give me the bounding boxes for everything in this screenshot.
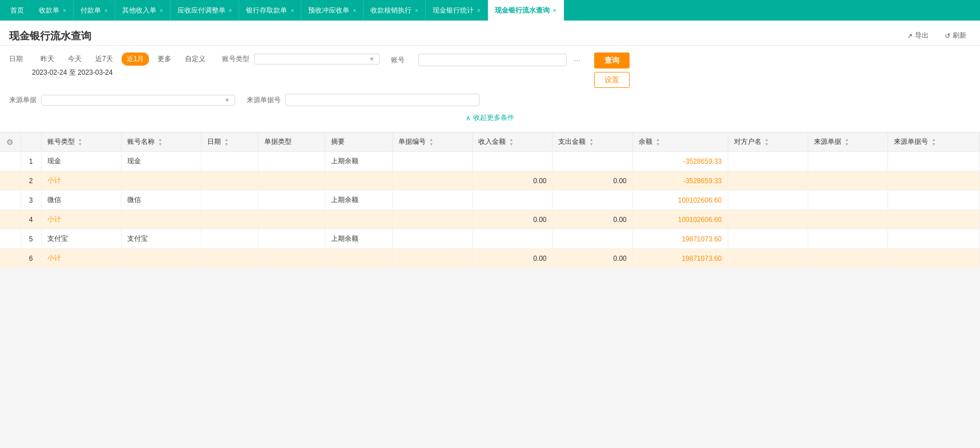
cell-account-name: [121, 171, 201, 191]
cell-expense: [552, 229, 632, 249]
date-yesterday[interactable]: 昨天: [35, 53, 59, 66]
nav-tab-bank-deposit[interactable]: 银行存取款单 ×: [239, 0, 301, 21]
cell-counterpart: [728, 229, 808, 249]
nav-tab-collection[interactable]: 收款核销执行 ×: [364, 0, 426, 21]
close-icon[interactable]: ×: [477, 7, 481, 14]
cell-source-doc: [808, 152, 888, 171]
cell-doc-no: [392, 229, 472, 249]
date-7days[interactable]: 近7天: [90, 53, 118, 66]
account-input[interactable]: [418, 54, 567, 66]
cell-counterpart: [728, 249, 808, 268]
cell-doc-type: [258, 191, 325, 210]
date-more[interactable]: 更多: [152, 53, 176, 66]
col-account-type[interactable]: 账号类型 ▲▼: [41, 132, 121, 152]
sort-icon: ▲▼: [158, 138, 162, 146]
date-1month[interactable]: 近1月: [122, 53, 150, 66]
table-row: 4小计0.000.00100102606.60: [0, 210, 980, 229]
col-summary: 摘要: [325, 132, 393, 152]
chevron-up-icon: ∧: [466, 114, 471, 122]
cell-account-name: 支付宝: [121, 229, 201, 249]
table-row: 1现金现金上期余额-3528659.33: [0, 152, 980, 171]
cell-expense: [552, 191, 632, 210]
nav-tab-prepaid[interactable]: 预收冲应收单 ×: [301, 0, 364, 21]
nav-tab-bank-flow[interactable]: 现金银行流水查询 ×: [488, 0, 564, 21]
data-table: ⚙ 账号类型 ▲▼ 账号名称 ▲▼ 日期 ▲▼ 单据类型 摘要 单: [0, 132, 980, 268]
cell-doc-type: [258, 152, 325, 171]
settings-button[interactable]: 设置: [594, 72, 630, 88]
cell-balance: 19871073.60: [632, 229, 728, 249]
cell-source-doc-no: [888, 210, 980, 229]
sort-icon: ▲▼: [224, 138, 228, 146]
col-balance[interactable]: 余额 ▲▼: [632, 132, 728, 152]
cell-doc-no: [392, 210, 472, 229]
table-body: 1现金现金上期余额-3528659.332小计0.000.00-3528659.…: [0, 152, 980, 268]
source-doc-no-input[interactable]: [285, 94, 479, 106]
source-doc-label: 来源单据: [9, 95, 37, 105]
nav-tab-bank-stats[interactable]: 现金银行统计 ×: [426, 0, 488, 21]
cell-source-doc: [808, 249, 888, 268]
cell-summary: [325, 171, 393, 191]
col-settings[interactable]: ⚙: [0, 132, 21, 152]
col-doc-no[interactable]: 单据编号 ▲▼: [392, 132, 472, 152]
sort-icon: ▲▼: [931, 138, 935, 146]
cell-source-doc-no: [888, 191, 980, 210]
cell-expense: 0.00: [552, 210, 632, 229]
cell-income: 0.00: [473, 249, 552, 268]
col-income[interactable]: 收入金额 ▲▼: [473, 132, 552, 152]
close-icon[interactable]: ×: [415, 7, 418, 14]
table-row: 3微信微信上期余额100102606.60: [0, 191, 980, 210]
col-expense[interactable]: 支出金额 ▲▼: [552, 132, 632, 152]
nav-tab-other-income[interactable]: 其他收入单 ×: [115, 0, 171, 21]
collapse-button[interactable]: ∧ 收起更多条件: [466, 113, 514, 123]
date-today[interactable]: 今天: [63, 53, 87, 66]
close-icon[interactable]: ×: [229, 7, 232, 14]
cell-account-name: 现金: [121, 152, 201, 171]
cell-summary: 上期余额: [325, 229, 393, 249]
close-icon[interactable]: ×: [104, 7, 108, 14]
settings-gear-icon[interactable]: ⚙: [6, 138, 14, 147]
refresh-button[interactable]: ↺ 刷新: [940, 29, 971, 43]
cell-date: [201, 249, 258, 268]
query-button[interactable]: 查询: [594, 53, 630, 68]
cell-doc-type: [258, 210, 325, 229]
source-doc-no-label: 来源单据号: [247, 95, 281, 105]
cell-num: 6: [21, 249, 41, 268]
col-source-doc-no[interactable]: 来源单据号 ▲▼: [888, 132, 980, 152]
col-counterpart[interactable]: 对方户名 ▲▼: [728, 132, 808, 152]
col-account-name[interactable]: 账号名称 ▲▼: [121, 132, 201, 152]
close-icon[interactable]: ×: [63, 7, 66, 14]
sort-icon: ▲▼: [78, 138, 82, 146]
cell-num: 5: [21, 229, 41, 249]
col-num: [21, 132, 41, 152]
close-icon[interactable]: ×: [291, 7, 294, 14]
refresh-icon: ↺: [945, 32, 950, 40]
cell-account-type: 小计: [41, 171, 121, 191]
nav-home[interactable]: 首页: [2, 6, 32, 15]
cell-date: [201, 210, 258, 229]
cell-doc-no: [392, 191, 472, 210]
col-source-doc[interactable]: 来源单据 ▲▼: [808, 132, 888, 152]
cell-income: [473, 229, 552, 249]
close-icon[interactable]: ×: [553, 7, 556, 14]
cell-source-doc-no: [888, 249, 980, 268]
cell-date: [201, 191, 258, 210]
nav-tab-receipts[interactable]: 收款单 ×: [32, 0, 74, 21]
cell-expense: 0.00: [552, 249, 632, 268]
source-doc-select[interactable]: ▼: [41, 95, 235, 106]
sort-icon: ▲▼: [765, 138, 769, 146]
page-title: 现金银行流水查询: [9, 29, 91, 43]
cell-settings: [0, 249, 21, 268]
chevron-down-icon: ▼: [224, 97, 230, 103]
cell-num: 1: [21, 152, 41, 171]
export-button[interactable]: ↗ 导出: [902, 29, 933, 43]
account-type-select[interactable]: ▼: [254, 54, 380, 64]
nav-tab-adjustment[interactable]: 应收应付调整单 ×: [171, 0, 240, 21]
table-header-row: ⚙ 账号类型 ▲▼ 账号名称 ▲▼ 日期 ▲▼ 单据类型 摘要 单: [0, 132, 980, 152]
close-icon[interactable]: ×: [160, 7, 163, 14]
cell-balance: -3528659.33: [632, 152, 728, 171]
close-icon[interactable]: ×: [353, 7, 356, 14]
date-custom[interactable]: 自定义: [180, 53, 211, 66]
nav-tab-payments[interactable]: 付款单 ×: [74, 0, 115, 21]
more-options-icon[interactable]: ···: [571, 55, 583, 64]
col-date[interactable]: 日期 ▲▼: [201, 132, 258, 152]
